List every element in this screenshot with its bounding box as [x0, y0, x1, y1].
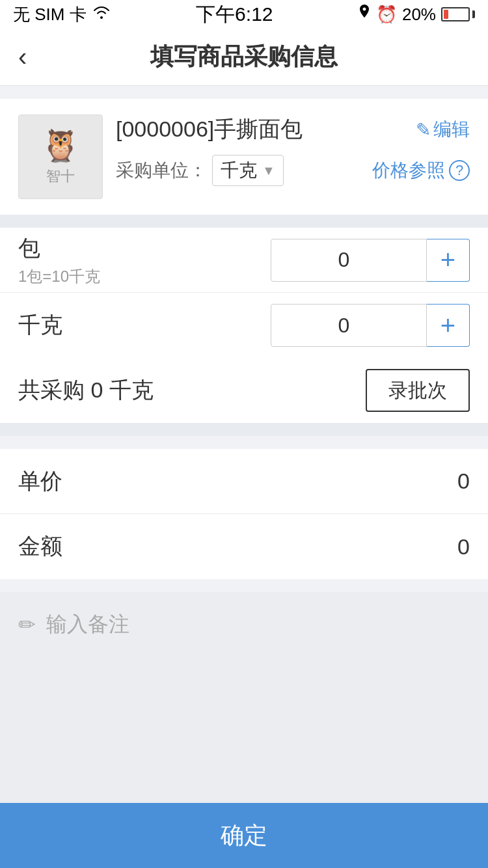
summary-prefix: 共采购 [18, 377, 85, 402]
sim-status: 无 SIM 卡 [13, 3, 87, 26]
kg-input[interactable] [271, 304, 427, 347]
section-divider-1 [0, 215, 488, 228]
battery-percent: 20% [402, 5, 436, 25]
back-button[interactable]: ‹ [18, 42, 27, 72]
product-logo-text: 智十 [46, 167, 75, 186]
battery-icon [441, 7, 475, 21]
edit-label: 编辑 [433, 117, 470, 142]
price-section: 单价 0 金额 0 [0, 449, 488, 579]
pencil-icon: ✏ [18, 612, 36, 637]
status-bar-time: 下午6:12 [196, 1, 273, 28]
product-logo-icon: 🦉 [41, 128, 80, 164]
unit-prefix: 采购单位： [116, 158, 207, 183]
page-title: 填写商品采购信息 [150, 41, 338, 73]
status-bar-left: 无 SIM 卡 [13, 3, 111, 26]
unit-price-value: 0 [457, 468, 470, 494]
summary-qty-value: 0 [90, 377, 103, 402]
batch-button[interactable]: 录批次 [366, 369, 470, 412]
bao-label: 包 1包=10千克 [18, 234, 100, 287]
input-section: 包 1包=10千克 + 千克 + [0, 228, 488, 358]
summary-unit-value: 千克 [109, 377, 154, 402]
product-name: [0000006]手撕面包 [116, 115, 303, 144]
unit-price-row: 单价 0 [0, 449, 488, 514]
product-header: [0000006]手撕面包 ✎ 编辑 [116, 115, 470, 144]
bao-input-right: + [271, 239, 470, 282]
bao-label-sub: 1包=10千克 [18, 266, 100, 287]
amount-row: 金额 0 [0, 514, 488, 579]
bao-input[interactable] [271, 239, 427, 282]
price-ref-help-icon[interactable]: ? [449, 160, 470, 181]
bao-input-row: 包 1包=10千克 + [0, 228, 488, 293]
product-section: 🦉 智十 [0000006]手撕面包 ✎ 编辑 采购单位： 千克 ▼ 价格参照 … [0, 99, 488, 215]
summary-text: 共采购 0 千克 [18, 375, 154, 405]
price-ref-label: 价格参照 [372, 158, 445, 183]
bao-plus-button[interactable]: + [427, 239, 470, 282]
edit-button[interactable]: ✎ 编辑 [416, 117, 470, 142]
unit-price-label: 单价 [18, 467, 62, 496]
confirm-button[interactable]: 确定 [0, 803, 488, 868]
status-bar: 无 SIM 卡 下午6:12 ⏰ 20% [0, 0, 488, 29]
kg-label: 千克 [18, 310, 62, 340]
kg-input-row: 千克 + [0, 293, 488, 358]
unit-dropdown-icon: ▼ [262, 163, 275, 178]
edit-icon: ✎ [416, 119, 431, 141]
unit-value: 千克 [221, 158, 257, 183]
kg-input-right: + [271, 304, 470, 347]
kg-label-main: 千克 [18, 310, 62, 340]
alarm-icon: ⏰ [376, 5, 397, 25]
amount-label: 金额 [18, 532, 62, 562]
product-image: 🦉 智十 [18, 115, 103, 199]
summary-row: 共采购 0 千克 录批次 [0, 358, 488, 423]
unit-select[interactable]: 千克 ▼ [212, 155, 284, 186]
note-placeholder: 输入备注 [46, 610, 129, 639]
amount-value: 0 [457, 534, 470, 560]
nav-bar: ‹ 填写商品采购信息 [0, 29, 488, 86]
product-info: [0000006]手撕面包 ✎ 编辑 采购单位： 千克 ▼ 价格参照 ? [116, 115, 470, 186]
product-unit-row: 采购单位： 千克 ▼ 价格参照 ? [116, 155, 470, 186]
bao-label-main: 包 [18, 234, 100, 264]
kg-plus-button[interactable]: + [427, 304, 470, 347]
status-bar-right: ⏰ 20% [358, 5, 475, 25]
section-divider-2 [0, 423, 488, 436]
note-section[interactable]: ✏ 输入备注 [0, 592, 488, 657]
price-ref-button[interactable]: 价格参照 ? [372, 158, 470, 183]
wifi-icon [92, 5, 111, 25]
location-icon [358, 5, 371, 25]
